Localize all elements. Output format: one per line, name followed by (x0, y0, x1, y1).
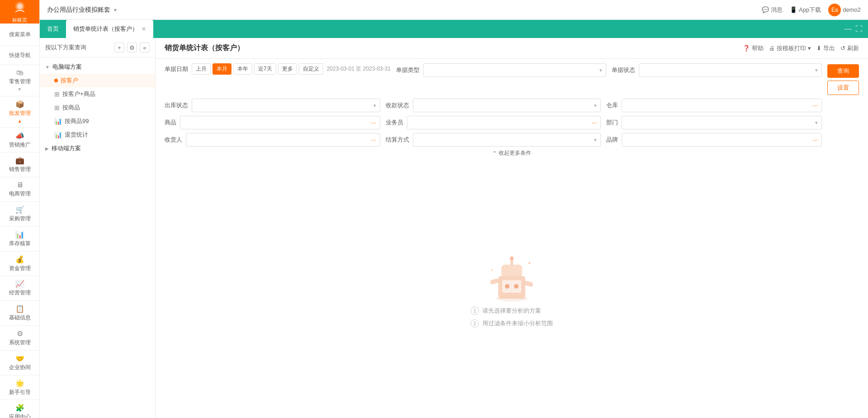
finance-icon: 💰 (2, 255, 38, 264)
sidebar-item-marketing[interactable]: 📣 营销推广 (0, 128, 39, 153)
date-btn-7days[interactable]: 近7天 (254, 63, 276, 75)
query-button[interactable]: 查询 (827, 64, 859, 78)
date-buttons-group: 上月 本月 本年 近7天 更多 自定义 2023-03-01 至 2023-03… (192, 63, 391, 75)
left-panel-title: 按以下方案查询 (45, 43, 86, 52)
sidebar-search-section[interactable]: 搜索菜单 (0, 24, 39, 46)
logo[interactable]: 标账页 (0, 0, 40, 24)
type-select[interactable]: ▾ (423, 63, 606, 77)
salesperson-dots[interactable]: ··· (592, 119, 597, 126)
collection-select[interactable]: ▾ (413, 99, 601, 112)
avatar-text: Ea (831, 7, 838, 13)
date-btn-more[interactable]: 更多 (278, 63, 297, 75)
department-select[interactable]: ▾ (622, 116, 822, 129)
app-download-button[interactable]: 📱 App下载 (790, 6, 821, 14)
sidebar-item-newbie[interactable]: 🌟 新手引导 (0, 375, 39, 400)
goods-field[interactable]: ··· (180, 116, 380, 129)
salesperson-field[interactable]: ··· (407, 116, 601, 129)
settlement-select[interactable]: ▾ (413, 133, 601, 147)
sidebar-item-finance[interactable]: 💰 资金管理 (0, 252, 39, 276)
tree-item-return-stats[interactable]: 📊 退货统计 (40, 128, 155, 142)
logo-text: 标账页 (12, 17, 27, 24)
template-print-button[interactable]: 🖨 按模板打印 ▾ (769, 44, 811, 52)
tab-home[interactable]: 首页 (40, 20, 66, 38)
out-status-select[interactable]: ▾ (192, 99, 380, 112)
date-btn-this-year[interactable]: 本年 (233, 63, 252, 75)
date-btn-this-month[interactable]: 本月 (212, 63, 231, 75)
tree-item-by-goods99[interactable]: 📊 按商品99 (40, 114, 155, 128)
purchase-label: 采购管理 (2, 215, 38, 223)
date-btn-custom[interactable]: 自定义 (299, 63, 323, 75)
tab-maximize-icon[interactable]: ⛶ (855, 25, 863, 33)
receiver-field[interactable]: ··· (186, 133, 380, 147)
collapse-panel-button[interactable]: « (140, 43, 150, 52)
search-menu-label[interactable]: 搜索菜单 (0, 28, 39, 41)
sidebar-item-enterprise[interactable]: 🤝 企业协同 (0, 351, 39, 375)
download-icon: 📱 (790, 6, 797, 13)
sidebar: 标账页 搜索菜单 快捷导航 🛍 零售管理 ▼ 📦 批发管理 ▲ 📣 营销推广 💼… (0, 0, 40, 418)
filter-salesperson-cell: 业务员 ··· (386, 116, 601, 129)
filter-status-cell: 单据状态 ▾ (612, 63, 822, 77)
export-button[interactable]: ⬇ 导出 (816, 44, 835, 52)
filter-settlement-cell: 结算方式 ▾ (386, 133, 601, 147)
message-icon: 💬 (762, 6, 769, 13)
out-status-label: 出库状态 (165, 101, 188, 109)
date-range-text: 2023-03-01 至 2023-03-31 (327, 65, 391, 73)
status-select[interactable]: ▾ (639, 63, 822, 77)
tree-group-mobile-header[interactable]: ▶ 移动端方案 (40, 142, 155, 155)
messages-button[interactable]: 💬 消息 (762, 6, 783, 14)
svg-rect-8 (490, 278, 500, 285)
goods-dots[interactable]: ··· (371, 119, 376, 126)
sidebar-quick-nav[interactable]: 快捷导航 (0, 46, 39, 65)
main-content: 办公用品行业模拟账套 ▾ 💬 消息 📱 App下载 Ea demo2 首页 (40, 0, 868, 418)
sidebar-item-basic[interactable]: 📋 基础信息 (0, 301, 39, 326)
inventory-label: 库存核算 (2, 240, 38, 247)
mobile-group-label: 移动端方案 (52, 144, 81, 152)
receiver-dots[interactable]: ··· (371, 136, 376, 143)
tree-group-desktop-header[interactable]: ▼ 电脑端方案 (40, 60, 155, 74)
goods-label: 商品 (165, 119, 176, 127)
brand-field[interactable]: ··· (622, 133, 822, 147)
sidebar-item-apps[interactable]: 🧩 应用中心 (0, 400, 39, 418)
sidebar-item-retail[interactable]: 🛍 零售管理 ▼ (0, 65, 39, 96)
warehouse-label: 仓库 (606, 101, 618, 109)
sidebar-item-inventory[interactable]: 📊 库存核算 (0, 227, 39, 252)
sidebar-item-purchase[interactable]: 🛒 采购管理 (0, 202, 39, 227)
marketing-icon: 📣 (2, 132, 38, 140)
sidebar-item-system[interactable]: ⚙ 系统管理 (0, 326, 39, 351)
brand-dots[interactable]: ··· (812, 136, 818, 143)
user-menu[interactable]: Ea demo2 (828, 4, 861, 16)
tree-item-by-goods[interactable]: ⊞ 按商品 (40, 101, 155, 114)
enterprise-label: 企业协同 (2, 364, 38, 371)
apps-icon: 🧩 (2, 404, 38, 412)
customer-item-label: 按客户 (61, 76, 150, 85)
ecommerce-label: 电商管理 (2, 190, 38, 198)
sidebar-item-ecommerce[interactable]: 🖥 电商管理 (0, 177, 39, 202)
settings-scheme-button[interactable]: ⚙ (127, 43, 137, 52)
collapse-button[interactable]: ⌃ 收起更多条件 (492, 149, 531, 157)
warehouse-field[interactable]: ··· (622, 99, 822, 112)
collection-label: 收款状态 (386, 101, 409, 109)
by-goods99-label: 按商品99 (65, 117, 150, 125)
status-label: 单据状态 (612, 66, 635, 74)
warehouse-dots[interactable]: ··· (812, 102, 818, 109)
header-dropdown-icon[interactable]: ▾ (114, 7, 117, 13)
sidebar-item-operations[interactable]: 📈 经营管理 (0, 276, 39, 301)
filter-brand-cell: 品牌 ··· (606, 133, 822, 147)
filter-collection-cell: 收款状态 ▾ (386, 99, 601, 112)
quick-nav-label[interactable]: 快捷导航 (0, 49, 39, 62)
sidebar-item-sales[interactable]: 💼 销售管理 (0, 152, 39, 177)
date-btn-last-month[interactable]: 上月 (192, 63, 211, 75)
tab-minimize-icon[interactable]: — (844, 25, 852, 33)
sidebar-item-wholesale[interactable]: 📦 批发管理 ▲ (0, 96, 39, 128)
settings-button[interactable]: 设置 (827, 81, 859, 95)
left-panel-actions: + ⚙ « (114, 43, 150, 52)
add-scheme-button[interactable]: + (114, 43, 124, 52)
svg-text:✦: ✦ (528, 261, 531, 266)
tab-sales-stats[interactable]: 销货单统计表（按客户） ✕ (66, 20, 153, 38)
tab-sales-stats-close[interactable]: ✕ (142, 26, 146, 32)
refresh-button[interactable]: ↺ 刷新 (840, 44, 859, 52)
help-button[interactable]: ❓ 帮助 (743, 44, 764, 52)
filter-department-cell: 部门 ▾ (606, 116, 822, 129)
tree-item-by-customer-goods[interactable]: ⊞ 按客户+商品 (40, 87, 155, 101)
tree-item-by-customer[interactable]: 按客户 (40, 74, 155, 87)
